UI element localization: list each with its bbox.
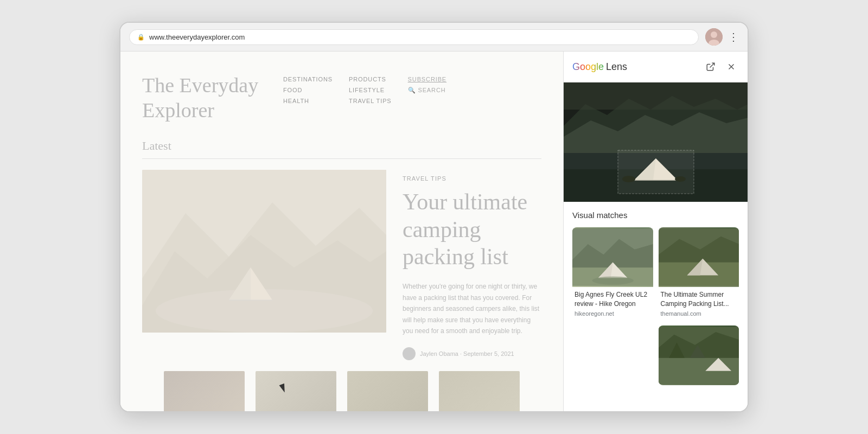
- nav-products[interactable]: PRODUCTS: [349, 76, 392, 82]
- lens-header-actions: [703, 59, 739, 74]
- match-card-3[interactable]: [659, 326, 739, 385]
- article-title[interactable]: Your ultimate camping packing list: [403, 188, 541, 270]
- nav-health[interactable]: HEALTH: [283, 98, 333, 104]
- match-title-1: Big Agnes Fly Creek UL2 review - Hike Or…: [575, 290, 651, 309]
- match-card-2-info: The Ultimate Summer Camping Packing List…: [659, 287, 739, 320]
- user-avatar[interactable]: [705, 28, 723, 46]
- match-card-1-info: Big Agnes Fly Creek UL2 review - Hike Or…: [572, 287, 653, 320]
- svg-point-24: [675, 176, 686, 182]
- nav-travel-tips[interactable]: TRAVEL TIPS: [349, 98, 392, 104]
- svg-rect-22: [618, 150, 694, 194]
- lens-header: Google Lens: [564, 52, 748, 82]
- visual-matches-section: Visual matches: [564, 202, 748, 394]
- site-logo: The Everyday Explorer: [142, 73, 261, 123]
- article-excerpt: Whether you're going for one night or th…: [403, 281, 541, 336]
- match-source-1: hikeoregon.net: [575, 310, 651, 317]
- match-card-1[interactable]: Big Agnes Fly Creek UL2 review - Hike Or…: [572, 227, 653, 320]
- byline-text: Jaylen Obama · September 5, 2021: [420, 350, 514, 357]
- lens-close-button[interactable]: [724, 59, 739, 74]
- svg-point-1: [711, 31, 717, 38]
- site-nav: DESTINATIONS FOOD HEALTH PRODUCTS LIFEST…: [283, 73, 541, 104]
- thumb-article-3[interactable]: [347, 371, 428, 411]
- nav-food[interactable]: FOOD: [283, 87, 333, 93]
- article-meta: TRAVEL TIPS Your ultimate camping packin…: [403, 170, 541, 360]
- thumb-article-1[interactable]: [164, 371, 245, 411]
- browser-frame: 🔒 www.theeverydayexplorer.com ⋮ The Ever…: [119, 22, 749, 412]
- thumb-article-2[interactable]: [256, 371, 336, 411]
- bottom-articles: [142, 371, 541, 411]
- site-header: The Everyday Explorer DESTINATIONS FOOD …: [120, 52, 563, 133]
- svg-rect-39: [659, 358, 739, 384]
- svg-rect-25: [564, 82, 748, 110]
- nav-col-3: SUBSCRIBE 🔍 SEARCH: [408, 76, 447, 104]
- visual-matches-title: Visual matches: [572, 210, 739, 220]
- lens-open-external-icon[interactable]: [703, 59, 718, 74]
- match-image-2: [659, 227, 739, 287]
- browser-actions: ⋮: [705, 28, 739, 46]
- article-image: [142, 170, 386, 333]
- google-text: Google: [572, 61, 604, 73]
- featured-article: TRAVEL TIPS Your ultimate camping packin…: [142, 170, 541, 360]
- google-lens-logo: Google Lens: [572, 61, 627, 73]
- svg-point-31: [592, 276, 634, 284]
- nav-lifestyle[interactable]: LIFESTYLE: [349, 87, 392, 93]
- website-panel: The Everyday Explorer DESTINATIONS FOOD …: [120, 52, 563, 411]
- nav-search[interactable]: 🔍 SEARCH: [408, 87, 447, 94]
- match-title-2: The Ultimate Summer Camping Packing List…: [661, 290, 737, 309]
- latest-section: Latest: [120, 133, 563, 411]
- match-image-3: [659, 326, 739, 385]
- article-image-bg: [142, 170, 386, 333]
- matches-grid: Big Agnes Fly Creek UL2 review - Hike Or…: [572, 227, 739, 385]
- author-avatar: [403, 347, 416, 360]
- google-lens-panel: Google Lens: [563, 52, 748, 411]
- thumb-article-4[interactable]: [439, 371, 520, 411]
- browser-menu-button[interactable]: ⋮: [728, 30, 739, 43]
- match-card-2[interactable]: The Ultimate Summer Camping Packing List…: [659, 227, 739, 320]
- match-source-2: themanual.com: [661, 310, 737, 317]
- nav-subscribe[interactable]: SUBSCRIBE: [408, 76, 447, 82]
- svg-rect-10: [142, 170, 386, 333]
- svg-line-11: [710, 63, 714, 67]
- address-bar[interactable]: 🔒 www.theeverydayexplorer.com: [129, 29, 699, 45]
- article-category: TRAVEL TIPS: [403, 175, 541, 182]
- browser-content: The Everyday Explorer DESTINATIONS FOOD …: [120, 52, 748, 411]
- lock-icon: 🔒: [137, 34, 145, 41]
- nav-col-1: DESTINATIONS FOOD HEALTH: [283, 76, 333, 104]
- match-image-1: [572, 227, 653, 287]
- latest-label: Latest: [142, 139, 541, 159]
- lens-main-image: [564, 82, 748, 202]
- article-byline: Jaylen Obama · September 5, 2021: [403, 347, 541, 360]
- url-text: www.theeverydayexplorer.com: [149, 33, 245, 41]
- nav-col-2: PRODUCTS LIFESTYLE TRAVEL TIPS: [349, 76, 392, 104]
- nav-destinations[interactable]: DESTINATIONS: [283, 76, 333, 82]
- svg-point-23: [622, 176, 635, 182]
- lens-text: Lens: [606, 61, 627, 73]
- browser-chrome: 🔒 www.theeverydayexplorer.com ⋮: [120, 23, 748, 52]
